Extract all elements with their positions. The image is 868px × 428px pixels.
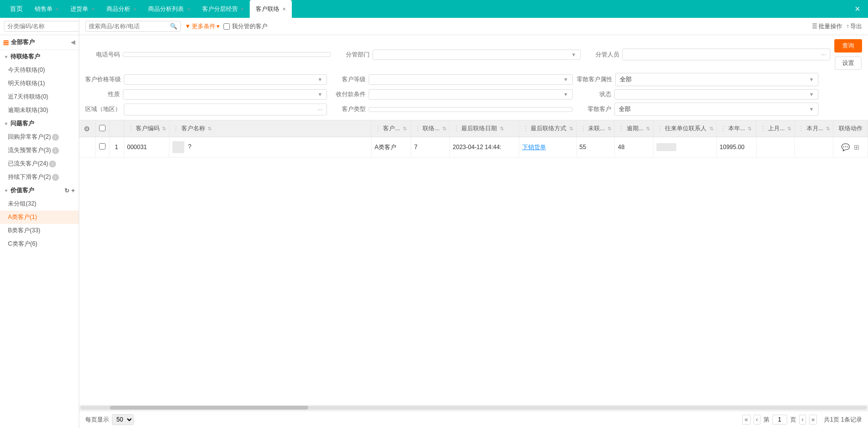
query-button[interactable]: 查询 bbox=[834, 39, 862, 53]
company-sort-icon[interactable]: ⇅ bbox=[709, 126, 713, 131]
search-icon[interactable]: 🔍 bbox=[170, 23, 177, 30]
method-link[interactable]: 下销货单 bbox=[522, 144, 546, 151]
search-input[interactable] bbox=[89, 23, 168, 30]
person-input[interactable]: ··· bbox=[622, 49, 830, 60]
retail-attr-select[interactable]: 全部 ▼ bbox=[615, 73, 818, 86]
nav-tab-sale[interactable]: 销售单 × bbox=[29, 0, 64, 18]
sidebar-item-repurchase-abnormal[interactable]: 回购异常客户(2) i bbox=[0, 130, 79, 144]
nav-home[interactable]: 首页 bbox=[4, 0, 29, 18]
add-group-icon[interactable]: + bbox=[71, 187, 75, 194]
close-purchase-tab[interactable]: × bbox=[91, 6, 94, 12]
total-pages-label: 页 bbox=[790, 416, 796, 424]
close-sale-tab[interactable]: × bbox=[55, 6, 58, 12]
problem-customers-title: 问题客户 bbox=[10, 119, 34, 128]
sidebar-item-today[interactable]: 今天待联络(0) bbox=[0, 63, 79, 77]
select-all-checkbox[interactable] bbox=[99, 125, 106, 131]
customer-tier-chevron-icon: ▼ bbox=[563, 77, 568, 82]
unlinked-sort-icon[interactable]: ⇅ bbox=[607, 126, 611, 131]
prev-page-btn[interactable]: ‹ bbox=[754, 415, 760, 425]
status-select[interactable]: ▼ bbox=[614, 89, 818, 100]
phone-input[interactable] bbox=[123, 52, 331, 57]
page-number-input[interactable] bbox=[772, 415, 787, 425]
action-icons-group: 💬 ⊞ bbox=[836, 143, 865, 151]
export-btn[interactable]: ↑ 导出 bbox=[846, 22, 862, 31]
comment-icon[interactable]: 💬 bbox=[841, 143, 850, 151]
sidebar-item-7days[interactable]: 近7天待联络(0) bbox=[0, 90, 79, 104]
nav-tab-customer-contact[interactable]: 客户联络 × bbox=[250, 0, 291, 18]
first-page-btn[interactable]: « bbox=[742, 415, 751, 425]
customer-table: ⚙ ⋮ 客户编码 ⇅ ⋮ 客户名称 bbox=[79, 120, 868, 158]
customer-tier-select[interactable]: ▼ bbox=[369, 74, 573, 85]
row-checkbox[interactable] bbox=[99, 143, 106, 150]
my-customers-filter[interactable]: 我分管的客户 bbox=[223, 22, 268, 31]
per-page-select[interactable]: 50 bbox=[112, 414, 134, 425]
sidebar-item-churned[interactable]: 已流失客户(24) i bbox=[0, 157, 79, 170]
close-analysis-list-tab[interactable]: × bbox=[187, 6, 190, 12]
nature-select[interactable]: ▼ bbox=[123, 89, 327, 100]
sidebar-collapse-btn[interactable]: ◀ bbox=[71, 39, 75, 46]
name-sort-icon[interactable]: ⇅ bbox=[208, 126, 212, 131]
problem-customers-section[interactable]: ▼ 问题客户 bbox=[0, 117, 79, 130]
qrcode-icon[interactable]: ⊞ bbox=[854, 143, 860, 151]
ctype-col-sep: ⋮ bbox=[375, 125, 381, 132]
my-customers-checkbox[interactable] bbox=[223, 23, 230, 30]
thismon-sort-icon[interactable]: ⇅ bbox=[826, 126, 830, 131]
ctype-sort-icon[interactable]: ⇅ bbox=[403, 126, 407, 131]
col-unlinked-header: ⋮ 未联... ⇅ bbox=[576, 120, 615, 137]
lastmon-sort-icon[interactable]: ⇅ bbox=[787, 126, 791, 131]
batch-operation-btn[interactable]: ☰ 批量操作 bbox=[812, 22, 842, 31]
last-page-btn[interactable]: » bbox=[809, 415, 817, 425]
grid-icon: ⊞ bbox=[3, 39, 9, 47]
price-tier-select[interactable]: ▼ bbox=[124, 74, 327, 85]
close-analysis-tab[interactable]: × bbox=[133, 6, 136, 12]
dept-select[interactable]: ▼ bbox=[373, 50, 581, 60]
nav-tab-customer-tier[interactable]: 客户分层经营 × bbox=[196, 0, 250, 18]
contact-sort-icon[interactable]: ⇅ bbox=[442, 126, 446, 131]
retail-customer-select[interactable]: 全部 ▼ bbox=[614, 103, 818, 116]
filter-more-btn[interactable]: ▼ 更多条件 ▾ bbox=[185, 22, 219, 31]
date-sort-icon[interactable]: ⇅ bbox=[500, 126, 504, 131]
sidebar: 🔍 ⊞ 全部客户 ◀ ▼ 待联络客户 今天待联络(0) 明天待联络(1) 近7天… bbox=[0, 18, 79, 428]
sidebar-item-declining[interactable]: 持续下滑客户(2) i bbox=[0, 170, 79, 184]
info-icon-churn-warning: i bbox=[52, 147, 59, 154]
area-label: 区域（地区） bbox=[85, 105, 121, 113]
sidebar-item-churn-warning[interactable]: 流失预警客户(3) i bbox=[0, 144, 79, 157]
payment-select[interactable]: ▼ bbox=[369, 89, 573, 100]
thisyear-sort-icon[interactable]: ⇅ bbox=[748, 126, 752, 131]
row-contact-cell: 7 bbox=[411, 137, 450, 158]
nav-tab-purchase[interactable]: 进货单 × bbox=[64, 0, 100, 18]
next-page-btn[interactable]: › bbox=[799, 415, 806, 425]
info-icon-churned: i bbox=[49, 160, 56, 167]
col-company-header: ⋮ 往来单位联系人 ⇅ bbox=[653, 120, 716, 137]
horizontal-scrollbar[interactable] bbox=[79, 405, 868, 411]
area-dots-icon: ··· bbox=[318, 106, 323, 113]
method-sort-icon[interactable]: ⇅ bbox=[569, 126, 573, 131]
close-customer-contact-tab[interactable]: × bbox=[282, 6, 285, 12]
table-gear-icon[interactable]: ⚙ bbox=[84, 125, 90, 133]
overdue-sort-icon[interactable]: ⇅ bbox=[646, 126, 650, 131]
setting-button[interactable]: 设置 bbox=[835, 56, 862, 70]
refresh-icon[interactable]: ↻ bbox=[64, 187, 69, 194]
sidebar-item-ungrouped[interactable]: 未分组(32) bbox=[0, 197, 79, 211]
table-row: 1 000031 ? A类客户 7 2023-04-12 14:44: 下销货单… bbox=[79, 137, 868, 158]
filter-person: 分管人员 ··· bbox=[585, 49, 830, 60]
close-customer-tier-tab[interactable]: × bbox=[241, 6, 244, 12]
sidebar-search-input[interactable] bbox=[4, 21, 79, 32]
nav-tab-analysis-list[interactable]: 商品分析列表 × bbox=[142, 0, 196, 18]
close-all-tabs[interactable]: × bbox=[851, 4, 864, 14]
customer-type-input[interactable] bbox=[369, 107, 573, 112]
scrollbar-thumb[interactable] bbox=[110, 406, 308, 410]
nav-tab-analysis[interactable]: 商品分析 × bbox=[101, 0, 142, 18]
date-col-sep: ⋮ bbox=[453, 125, 459, 132]
sidebar-item-a-class[interactable]: A类客户(1) bbox=[0, 211, 79, 224]
sidebar-item-tomorrow[interactable]: 明天待联络(1) bbox=[0, 77, 79, 90]
waiting-contact-section[interactable]: ▼ 待联络客户 bbox=[0, 50, 79, 63]
sidebar-item-overdue[interactable]: 逾期未联络(30) bbox=[0, 104, 79, 117]
area-input[interactable]: ··· bbox=[124, 104, 327, 115]
sidebar-item-c-class[interactable]: C类客户(6) bbox=[0, 237, 79, 251]
sidebar-item-b-class[interactable]: B类客户(33) bbox=[0, 224, 79, 237]
row-lastmon-cell bbox=[756, 137, 795, 158]
filter-panel: 电话号码 分管部门 ▼ 分管人员 ··· bbox=[79, 35, 868, 120]
value-customers-section[interactable]: ▼ 价值客户 ↻ + bbox=[0, 184, 79, 197]
code-sort-icon[interactable]: ⇅ bbox=[162, 126, 166, 131]
